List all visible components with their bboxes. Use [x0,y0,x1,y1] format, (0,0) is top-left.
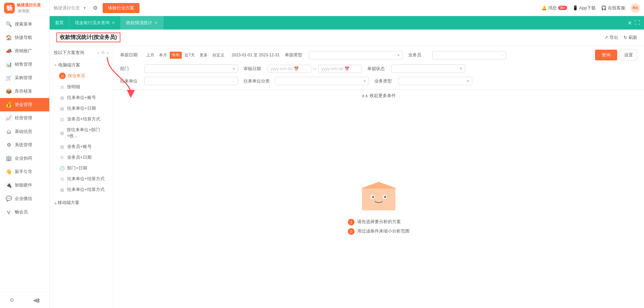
sidebar-item-search[interactable]: 🔍 搜索菜单 [0,17,49,31]
operations-icon: 📈 [5,115,12,121]
sidebar-item-basic[interactable]: 🗂 基础信息 [0,125,49,138]
empty-svg-illustration [352,172,406,212]
online-service-action[interactable]: 🎧 在线客服 [601,5,625,11]
doc-status-select[interactable]: ▾ [391,64,465,73]
shortcut-this-year[interactable]: 本年 [170,52,182,59]
scheme-settings-btn[interactable]: ⚙ [101,50,105,55]
settings-button[interactable]: 设置 [620,50,637,60]
sidebar-item-label: 销售管理 [15,61,32,67]
tab-home[interactable]: 首页 [50,16,69,30]
shortcut-more[interactable]: 更多 [198,52,210,59]
mobile-scheme-header[interactable]: ▶ 移动端方案 [50,198,113,208]
content-body: 按以下方案查询 + ⚙ « ▼ 电脑端方案 ⊙ 按业务员 ⊞ [50,46,644,308]
panel-header-label: 按以下方案查询 [54,50,84,56]
doc-status-label: 单据状态 [367,66,386,72]
doc-status-dropdown-icon: ▾ [460,66,462,71]
mobile-arrow-icon: ▶ [53,201,57,204]
desktop-scheme-header[interactable]: ▼ 电脑端方案 [50,60,113,70]
sidebar-item-finance[interactable]: 💰 资金管理 [0,98,49,111]
staff-more-icon: ··· [500,53,503,58]
header-gear-icon[interactable]: ⚙ [91,3,100,13]
sidebar-item-hardware[interactable]: 🔌 智能硬件 [0,178,49,192]
scheme-item-dept-date[interactable]: 🕐 部门+日期 [50,163,113,173]
mobile-scheme-label: 移动端方案 [58,200,79,206]
collapse-sidebar-btn[interactable]: ◀▮ [31,295,42,305]
right-content: 单据日期 上月 本月 本年 近7天 更多 自定义 2023-01-01 至 20… [113,46,644,308]
sidebar-item-purchase[interactable]: 🛒 采购管理 [0,71,49,85]
app-download-action[interactable]: 📱 App下载 [573,5,596,11]
scheme-item-partner-settle1[interactable]: ⊞ 往来单位+结算方式 [50,173,113,184]
scheme-item-staff-date[interactable]: ⚙ 业务员+日期 [50,152,113,163]
empty-inner: 1 请先选择要分析的方案 2 用过滤条件来缩小分析范围 [348,172,410,238]
doc-type-select[interactable]: ▾ [309,51,403,59]
detail-icon: ⊞ [59,84,65,90]
header-right: 🔔 消息 99+ 📱 App下载 🎧 在线客服 Rit [541,3,640,13]
review-date-to-input[interactable]: yyyy-mm-dd 📅 [318,65,362,73]
tab-collection-close-icon[interactable]: ✕ [154,20,158,25]
sidebar-item-wechat[interactable]: 💬 企业微信 [0,192,49,205]
collapse-label: 收起更多条件 [370,93,396,99]
partner-select[interactable]: ··· [144,77,238,85]
review-date-from-input[interactable]: yyyy-mm-dd 📅 [268,65,311,73]
tab-bank-flow[interactable]: 现金银行流水查询 ✕ [69,16,121,30]
export-icon: ↗ [604,35,608,40]
tab-bank-flow-close-icon[interactable]: ✕ [112,20,115,25]
settings-bottom-icon[interactable]: ⚙ [7,295,16,305]
dept-select[interactable]: ▾ [144,64,238,73]
shortcut-7days[interactable]: 近7天 [182,52,197,59]
breadcrumb-dropdown-icon[interactable]: ▾ [81,5,88,11]
collapse-panel-btn[interactable]: « [106,50,109,55]
sidebar-item-label: 新手引导 [15,169,32,175]
query-button[interactable]: 查询 [595,50,617,60]
tab-close-all-icon[interactable]: ✕ [628,20,632,26]
sidebar-item-operations[interactable]: 📈 经营管理 [0,111,49,125]
notification-action[interactable]: 🔔 消息 99+ [541,5,567,11]
sidebar-item-inventory[interactable]: 📦 库存核算 [0,85,49,98]
scheme-item-partner-account[interactable]: ▦ 往来单位+账号 [50,92,113,103]
shortcut-custom[interactable]: 自定义 [210,52,226,59]
user-avatar[interactable]: Rit [631,3,640,13]
tab-bank-flow-label: 现金银行流水查询 [75,20,110,26]
date-range-display: 2023-01-01 至 2023-12-31 [232,52,280,58]
biz-type-dropdown-icon: ▾ [467,79,469,84]
scheme-item-partner-settle2[interactable]: ▦ 往来单位+结算方式 [50,184,113,195]
scheme-item-staff-account[interactable]: ▦ 业务员+账号 [50,141,113,152]
sidebar-item-enterprise[interactable]: 🏢 企业协同 [0,152,49,165]
partner-category-select[interactable]: ▾ [275,77,369,85]
sidebar-item-newuser[interactable]: 👋 新手引导 [0,165,49,178]
sidebar-item-label: 畅会员 [15,209,28,215]
scheme-item-staff-settle[interactable]: ▥ 业务员+结算方式 [50,114,113,124]
filter-row-1: 单据日期 上月 本月 本年 近7天 更多 自定义 2023-01-01 至 20… [120,50,637,60]
scheme-item-by-staff[interactable]: ⊙ 按业务员 [50,70,113,82]
sidebar-item-marketing[interactable]: 📣 营销推广 [0,44,49,58]
clock-icon: 🕐 [59,165,65,171]
sidebar-item-sales[interactable]: 📊 销售管理 [0,58,49,71]
collapse-bar[interactable]: ∧∧ 收起更多条件 [113,90,644,101]
scheme-item-label: 业务员+日期 [67,154,92,160]
system-icon: ⚙ [5,142,12,148]
partner-more-icon: ··· [231,79,235,84]
refresh-label: 刷新 [629,35,637,41]
sidebar-item-quicknav[interactable]: 🏠 快捷导航 [0,31,49,44]
tab-collection-stats[interactable]: 收款情况统计 ✕ [121,16,163,30]
staff-select[interactable]: ··· [432,51,506,59]
trial-button[interactable]: 体验行业方案 [103,3,140,13]
add-scheme-btn[interactable]: + [97,50,100,55]
calendar-icon: 📅 [294,66,299,71]
grid-icon: ⊞ [59,176,65,182]
date-shortcuts: 上月 本月 本年 近7天 更多 自定义 [144,52,226,59]
scheme-item-detail[interactable]: ⊞ 按明细 [50,82,113,92]
scheme-item-partner-date[interactable]: ▦ 往来单位+日期 [50,103,113,114]
scheme-item-partner-dept[interactable]: ▦ 按往来单位+部门+收... [50,124,113,141]
biz-type-select[interactable]: ▾ [398,77,472,85]
tab-expand-icon[interactable]: ⛶ [635,20,640,26]
sidebar-item-vip[interactable]: V 畅会员 [0,205,49,219]
refresh-button[interactable]: ↻ 刷新 [624,35,637,41]
sidebar-item-system[interactable]: ⚙ 系统管理 [0,138,49,152]
shortcut-this-month[interactable]: 本月 [157,52,169,59]
biz-type-label: 业务类型 [374,78,393,84]
shortcut-last-month[interactable]: 上月 [144,52,156,59]
review-from-placeholder: yyyy-mm-dd [271,66,292,71]
export-button[interactable]: ↗ 导出 [604,35,618,41]
sidebar-item-label: 系统管理 [15,142,32,148]
